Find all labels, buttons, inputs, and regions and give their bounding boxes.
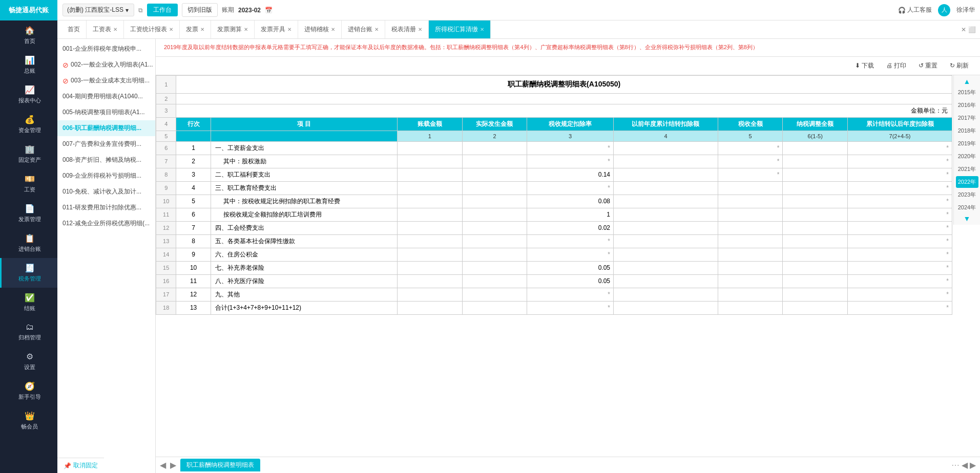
sidebar-item-home[interactable]: 🏠 首页 [0,20,57,50]
refresh-button[interactable]: ↻ 刷新 [947,60,972,72]
tabs-max-icon[interactable]: ⬜ [968,26,976,33]
year-2018[interactable]: 2018年 [956,125,978,137]
nav-item-004[interactable]: 004-期间费用明细表(A1040... [57,89,155,104]
cell-d[interactable] [462,261,527,274]
sidebar-item-close[interactable]: ✅ 结账 [0,288,57,317]
scroll-right-icon[interactable]: ▶ [170,460,176,470]
cell-d[interactable] [462,208,527,221]
year-2022[interactable]: 2022年 [956,176,978,188]
download-button[interactable]: ⬇ 下载 [852,60,877,72]
scroll-h-left[interactable]: ◀ [962,460,968,470]
nav-item-007[interactable]: 007-广告费和业务宣传费明... [57,136,155,152]
cell-c[interactable] [398,221,463,234]
cell-d[interactable] [462,301,527,314]
cell-f[interactable] [613,248,718,261]
reset-button[interactable]: ↺ 重置 [915,60,941,72]
nav-item-006[interactable]: 006-职工薪酬纳税调整明细... [57,120,155,136]
cell-d[interactable] [462,195,527,208]
switch-button[interactable]: 切到旧版 [182,3,218,17]
cell-h[interactable] [783,274,848,288]
year-2023[interactable]: 2023年 [956,189,978,201]
print-button[interactable]: 🖨 打印 [883,60,909,72]
cell-h[interactable] [783,221,848,234]
cell-f[interactable] [613,261,718,274]
tabs-prev-icon[interactable]: ✕ [961,26,966,33]
year-nav-up[interactable]: ▲ [964,77,971,85]
nav-item-005[interactable]: 005-纳税调整项目明细表(A1... [57,104,155,120]
cell-d[interactable] [462,141,527,155]
year-2021[interactable]: 2021年 [956,163,978,175]
tab-salary[interactable]: 工资表 ✕ [87,20,124,39]
copy-icon[interactable]: ⧉ [138,7,143,14]
nav-item-010[interactable]: 010-免税、减计收入及加计... [57,184,155,200]
cell-h[interactable] [783,248,848,261]
year-2017[interactable]: 2017年 [956,112,978,124]
cell-h[interactable] [783,155,848,168]
tab-close-icon[interactable]: ✕ [418,27,422,32]
tab-invoice-issue[interactable]: 发票开具 ✕ [255,20,298,39]
cell-h[interactable] [783,208,848,221]
scroll-left-icon[interactable]: ◀ [160,460,166,470]
tab-close-icon[interactable]: ✕ [331,27,335,32]
cell-c[interactable] [398,168,463,181]
cancel-fixed-button[interactable]: 📌 取消固定 [57,458,104,473]
tab-close-icon[interactable]: ✕ [287,27,291,32]
cell-f[interactable] [613,208,718,221]
cell-f[interactable] [613,234,718,248]
tab-close-icon[interactable]: ✕ [244,27,248,32]
cell-d[interactable] [462,288,527,301]
tab-close-icon[interactable]: ✕ [374,27,379,32]
sidebar-item-archive[interactable]: 🗂 归档管理 [0,317,57,347]
tab-tax-list[interactable]: 税表清册 ✕ [385,20,429,39]
cell-c[interactable] [398,261,463,274]
tab-invoice-calc[interactable]: 发票测算 ✕ [211,20,255,39]
sidebar-item-funds[interactable]: 💰 资金管理 [0,110,57,139]
cell-c[interactable] [398,301,463,314]
cell-c[interactable] [398,288,463,301]
cell-h[interactable] [783,261,848,274]
workspace-button[interactable]: 工作台 [147,4,178,16]
cell-d[interactable] [462,248,527,261]
tab-close-icon[interactable]: ✕ [169,27,173,32]
tab-invoice[interactable]: 发票 ✕ [180,20,211,39]
nav-item-012[interactable]: 012-减免企业所得税优惠明细(... [57,216,155,231]
cell-c[interactable] [398,181,463,195]
cell-f[interactable] [613,168,718,181]
sidebar-item-salary[interactable]: 💴 工资 [0,169,57,199]
sidebar-item-guide[interactable]: 🧭 新手引导 [0,376,57,406]
cell-f[interactable] [613,155,718,168]
sidebar-item-assets[interactable]: 🏢 固定资产 [0,139,57,169]
cell-d[interactable] [462,181,527,195]
sidebar-item-ledger[interactable]: 📊 总账 [0,50,57,80]
sidebar-item-invoice[interactable]: 📄 发票管理 [0,199,57,228]
cell-f[interactable] [613,221,718,234]
year-nav-down[interactable]: ▼ [964,214,971,223]
cell-d[interactable] [462,168,527,181]
cell-c[interactable] [398,234,463,248]
year-2016[interactable]: 2016年 [956,99,978,111]
cell-f[interactable] [613,301,718,314]
cell-c[interactable] [398,274,463,288]
sidebar-item-settings[interactable]: ⚙ 设置 [0,347,57,376]
cell-h[interactable] [783,288,848,301]
calendar-icon[interactable]: 📅 [265,7,273,14]
cell-f[interactable] [613,274,718,288]
cell-c[interactable] [398,155,463,168]
cell-c[interactable] [398,208,463,221]
cell-c[interactable] [398,248,463,261]
tab-home[interactable]: 首页 [61,20,87,39]
tab-close-icon[interactable]: ✕ [480,27,484,32]
cell-d[interactable] [462,274,527,288]
cell-h[interactable] [783,141,848,155]
year-2019[interactable]: 2019年 [956,138,978,149]
nav-item-003[interactable]: ⊘ 003-一般企业成本支出明细... [57,73,155,89]
tab-salary-stat[interactable]: 工资统计报表 ✕ [124,20,180,39]
sidebar-item-tax[interactable]: 🧾 税务管理 [0,258,57,288]
sidebar-item-sales[interactable]: 📋 进销台账 [0,228,57,258]
cell-f[interactable] [613,288,718,301]
cell-h[interactable] [783,168,848,181]
nav-item-011[interactable]: 011-研发费用加计扣除优惠... [57,200,155,216]
cell-f[interactable] [613,141,718,155]
scroll-h-right[interactable]: ▶ [970,460,976,470]
tab-close-icon[interactable]: ✕ [113,27,117,32]
